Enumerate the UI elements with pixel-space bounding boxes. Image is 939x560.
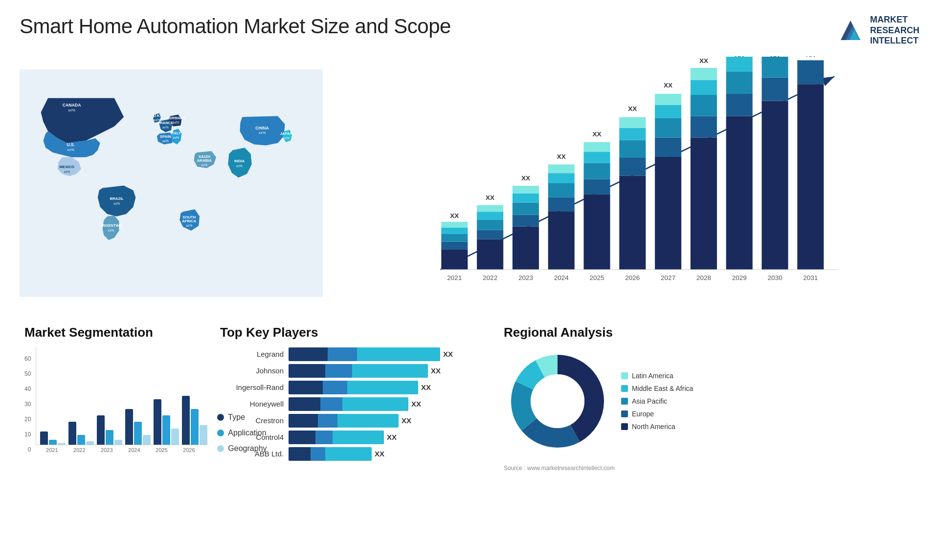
reg-item-apac: Asia Pacific <box>621 397 693 405</box>
svg-rect-32 <box>583 179 610 194</box>
logo-box: MARKET RESEARCH INTELLECT <box>836 15 919 46</box>
bar-type-2025 <box>154 399 161 445</box>
china-label: CHINA <box>255 125 269 130</box>
player-row-control4: Control4 XX <box>220 431 484 444</box>
svg-rect-22 <box>513 194 539 203</box>
pb-light-abb <box>325 447 372 461</box>
bar-geo-2021 <box>58 443 66 445</box>
italy-label: ITALY <box>171 131 181 135</box>
china-val: xx% <box>259 130 266 135</box>
player-name-legrand: Legrand <box>220 350 284 358</box>
saudi-label2: ARABIA <box>197 158 212 163</box>
svg-text:XX: XX <box>593 130 602 138</box>
svg-rect-11 <box>441 222 468 227</box>
canada-val: xx% <box>68 108 75 112</box>
reg-label-latin: Latin America <box>632 372 673 380</box>
svg-rect-53 <box>691 68 717 80</box>
pb-dark-legrand <box>289 347 328 361</box>
svg-rect-27 <box>548 183 575 197</box>
svg-text:2023: 2023 <box>518 274 533 281</box>
japan-label: JAPAN <box>280 131 293 136</box>
brand-line3: INTELLECT <box>870 36 919 46</box>
bar-app-2023 <box>106 430 113 445</box>
brazil-val: xx% <box>113 201 120 205</box>
germany-val: xx% <box>173 121 179 124</box>
bar-type-2024 <box>125 409 133 445</box>
bar-geo-2025 <box>171 429 179 445</box>
pb-light-johnson <box>352 364 428 378</box>
svg-point-84 <box>531 374 584 428</box>
pb-light-crestron <box>337 414 399 428</box>
player-val-abb: XX <box>375 450 384 458</box>
logo-text: MARKET RESEARCH INTELLECT <box>870 15 919 46</box>
bar-geo-2023 <box>114 440 122 445</box>
japan-val: xx% <box>283 136 290 140</box>
svg-text:2022: 2022 <box>483 274 497 281</box>
pb-mid-crestron <box>318 414 337 428</box>
bar-type-2023 <box>97 415 105 445</box>
segmentation-section: Market Segmentation 60 50 40 30 20 10 0 <box>20 320 205 476</box>
france-label: FRANCE <box>157 121 173 125</box>
svg-rect-40 <box>619 128 646 140</box>
france-val: xx% <box>162 125 169 129</box>
reg-label-mea: Middle East & Africa <box>632 385 693 392</box>
svg-rect-50 <box>691 116 717 138</box>
svg-text:2021: 2021 <box>447 274 462 281</box>
brand-logo-icon <box>836 16 865 45</box>
player-name-abb: ABB Ltd. <box>220 450 284 458</box>
reg-dot-europe <box>621 410 628 417</box>
reg-dot-na <box>621 423 628 430</box>
svg-rect-45 <box>655 118 681 138</box>
bar-type-2021 <box>40 431 48 445</box>
svg-text:2025: 2025 <box>589 274 604 281</box>
svg-rect-19 <box>513 226 539 269</box>
bar-app-2024 <box>134 422 142 445</box>
player-bar-honeywell: XX <box>289 397 484 411</box>
seg-group-2026 <box>182 396 207 445</box>
seg-group-2025 <box>154 399 179 445</box>
player-bar-abb: XX <box>289 447 484 461</box>
svg-text:XX: XX <box>486 194 494 201</box>
svg-rect-37 <box>619 175 646 269</box>
bar-app-2022 <box>77 435 85 445</box>
svg-rect-13 <box>477 239 503 269</box>
pb-light-honeywell <box>342 397 408 411</box>
svg-rect-51 <box>691 95 717 116</box>
svg-text:XX: XX <box>806 56 815 58</box>
mexico-val: xx% <box>64 170 70 173</box>
svg-rect-56 <box>726 94 753 116</box>
svg-rect-41 <box>619 117 646 128</box>
player-bar-crestron: XX <box>289 414 484 428</box>
bar-app-2025 <box>162 415 170 445</box>
player-name-ingersoll: Ingersoll-Rand <box>220 383 284 391</box>
svg-text:2030: 2030 <box>767 274 782 281</box>
svg-text:XX: XX <box>450 212 459 219</box>
svg-rect-8 <box>441 241 468 249</box>
svg-rect-61 <box>761 77 788 101</box>
brand-line2: RESEARCH <box>870 25 919 36</box>
bar-app-2026 <box>191 409 199 445</box>
player-name-johnson: Johnson <box>220 366 284 375</box>
donut-chart <box>504 347 611 455</box>
svg-rect-25 <box>548 211 575 270</box>
uk-label: U.K. <box>153 113 161 118</box>
reg-item-mea: Middle East & Africa <box>621 385 693 392</box>
germany-label: GERMANY <box>166 116 186 120</box>
spain-val: xx% <box>162 139 169 143</box>
regional-title: Regional Analysis <box>504 325 915 340</box>
reg-label-europe: Europe <box>632 410 654 418</box>
pb-light-ingersoll <box>347 381 418 394</box>
svg-rect-62 <box>761 57 788 78</box>
pb-dark-johnson <box>289 364 325 378</box>
reg-dot-apac <box>621 398 628 405</box>
player-row-johnson: Johnson XX <box>220 364 484 378</box>
player-val-johnson: XX <box>431 366 441 375</box>
svg-rect-26 <box>548 197 575 211</box>
player-name-control4: Control4 <box>220 433 284 441</box>
seg-group-2021 <box>40 431 66 445</box>
mexico-label: MEXICO <box>60 165 75 169</box>
pb-mid-ingersoll <box>323 381 347 394</box>
player-bar-ingersoll: XX <box>289 381 484 394</box>
svg-text:2026: 2026 <box>625 274 640 281</box>
pb-dark-crestron <box>289 414 318 428</box>
